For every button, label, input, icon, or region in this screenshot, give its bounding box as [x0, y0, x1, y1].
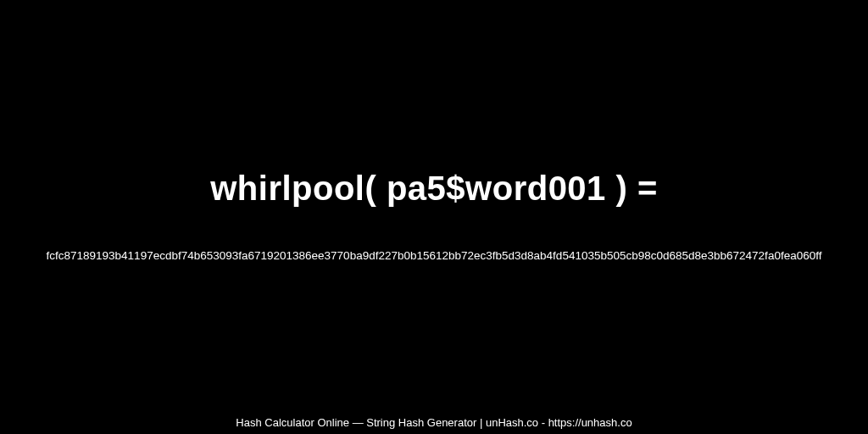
footer-attribution: Hash Calculator Online — String Hash Gen…	[0, 416, 868, 429]
main-content: whirlpool( pa5$word001 ) = fcfc87189193b…	[0, 0, 868, 434]
hash-expression-heading: whirlpool( pa5$word001 ) =	[210, 170, 658, 208]
hash-output-value: fcfc87189193b41197ecdbf74b653093fa671920…	[47, 248, 822, 264]
